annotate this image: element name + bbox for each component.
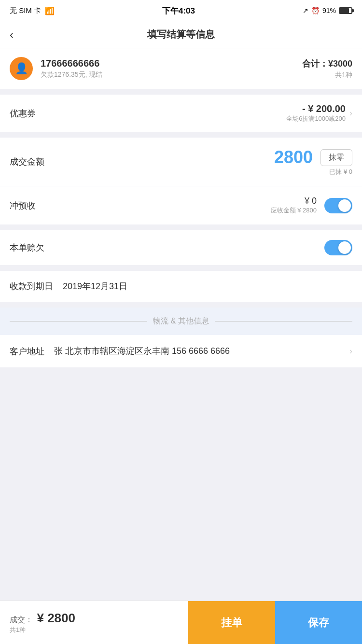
- bottom-deal-amount: ¥ 2800: [37, 611, 75, 625]
- round-button[interactable]: 抹零: [320, 149, 352, 166]
- address-value: 张 北京市市辖区海淀区永丰南 156 6666 6666: [54, 345, 349, 358]
- bottom-deal-line: 成交： ¥ 2800: [10, 611, 179, 626]
- debt-label: 本单赊欠: [10, 242, 44, 253]
- avatar-icon: 👤: [15, 62, 28, 75]
- deal-amount-sub: 已抹 ¥ 0: [274, 168, 352, 176]
- user-sub-info: 欠款1276.35元, 现结: [41, 70, 302, 79]
- deal-amount-right: 2800 抹零: [274, 147, 352, 168]
- battery-percent: 91%: [322, 7, 336, 14]
- deal-amount-value: 2800: [274, 147, 313, 168]
- status-time: 下午4:03: [162, 5, 195, 16]
- coupon-discount: - ¥ 200.00: [286, 103, 346, 114]
- logistics-line-left: [10, 321, 147, 322]
- coupon-label: 优惠券: [10, 108, 36, 119]
- deal-amount-label: 成交金额: [10, 156, 44, 168]
- debt-toggle-knob: [338, 241, 351, 254]
- bottom-info: 成交： ¥ 2800 共1种: [0, 611, 188, 634]
- user-phone: 17666666666: [41, 58, 302, 69]
- advance-sub: 应收金额 ¥ 2800: [271, 206, 317, 215]
- bottom-bar: 成交： ¥ 2800 共1种 挂单 保存: [0, 601, 362, 644]
- hang-button-label: 挂单: [221, 616, 242, 630]
- user-total: 合计：¥3000 共1种: [302, 58, 352, 80]
- save-button-label: 保存: [308, 616, 329, 630]
- status-left: 无 SIM 卡 📶: [10, 6, 55, 15]
- nav-bar: ‹ 填写结算等信息: [0, 21, 362, 48]
- carrier-label: 无 SIM 卡: [10, 6, 41, 15]
- coupon-row[interactable]: 优惠券 - ¥ 200.00 全场6折满1000减200 ›: [0, 95, 362, 132]
- save-button[interactable]: 保存: [275, 601, 362, 644]
- logistics-label: 物流 & 其他信息: [153, 316, 209, 326]
- back-button[interactable]: ‹: [6, 24, 17, 45]
- address-chevron-icon: ›: [349, 346, 352, 356]
- due-date-row: 收款到期日 2019年12月31日: [0, 271, 362, 302]
- bottom-deal-label: 成交：: [10, 616, 33, 624]
- due-date-label: 收款到期日: [10, 280, 53, 292]
- wifi-icon: 📶: [45, 6, 55, 15]
- status-bar: 无 SIM 卡 📶 下午4:03 ↗ ⏰ 91%: [0, 0, 362, 21]
- location-icon: ↗: [303, 7, 308, 14]
- hang-button[interactable]: 挂单: [188, 601, 275, 644]
- battery-icon: [339, 7, 352, 14]
- debt-toggle[interactable]: [324, 240, 352, 255]
- coupon-desc: 全场6折满1000减200: [286, 114, 346, 123]
- logistics-line-right: [215, 321, 352, 322]
- user-details: 17666666666 欠款1276.35元, 现结: [41, 58, 302, 79]
- advance-amounts: ¥ 0 应收金额 ¥ 2800: [271, 196, 317, 215]
- deal-amount-row: 成交金额 2800 抹零 已抹 ¥ 0: [0, 138, 362, 186]
- logistics-header: 物流 & 其他信息: [0, 308, 362, 335]
- status-right: ↗ ⏰ 91%: [303, 7, 352, 14]
- total-amount: 合计：¥3000: [302, 58, 352, 70]
- advance-label: 冲预收: [10, 200, 36, 211]
- deal-amount-section: 成交金额 2800 抹零 已抹 ¥ 0 冲预收 ¥ 0 应收金额 ¥ 2800: [0, 138, 362, 224]
- content-area: 👤 17666666666 欠款1276.35元, 现结 合计：¥3000 共1…: [0, 48, 362, 528]
- gray-spacer: [0, 373, 362, 470]
- page-title: 填写结算等信息: [147, 28, 215, 41]
- alarm-icon: ⏰: [311, 7, 320, 14]
- bottom-deal-sub: 共1种: [10, 626, 179, 634]
- advance-toggle[interactable]: [324, 198, 352, 213]
- avatar: 👤: [10, 57, 33, 80]
- debt-section: 本单赊欠: [0, 230, 362, 265]
- advance-toggle-knob: [338, 199, 351, 212]
- advance-amount: ¥ 0: [271, 196, 317, 206]
- coupon-chevron-icon: ›: [349, 108, 352, 118]
- user-info-row: 👤 17666666666 欠款1276.35元, 现结 合计：¥3000 共1…: [0, 48, 362, 89]
- total-sub: 共1种: [302, 71, 352, 80]
- debt-row: 本单赊欠: [0, 230, 362, 265]
- address-row[interactable]: 客户地址 张 北京市市辖区海淀区永丰南 156 6666 6666 ›: [0, 335, 362, 367]
- coupon-right: - ¥ 200.00 全场6折满1000减200 ›: [286, 103, 352, 123]
- advance-row: 冲预收 ¥ 0 应收金额 ¥ 2800: [0, 186, 362, 224]
- due-date-value: 2019年12月31日: [63, 280, 127, 292]
- address-label: 客户地址: [10, 345, 44, 357]
